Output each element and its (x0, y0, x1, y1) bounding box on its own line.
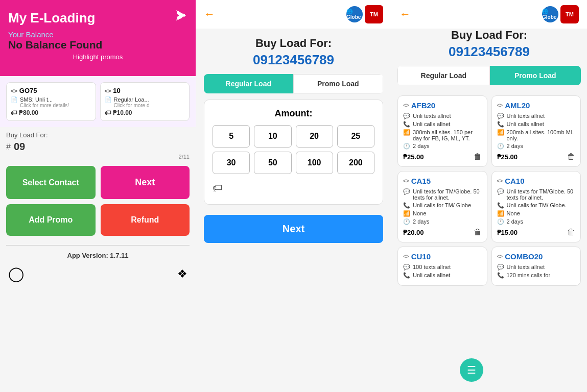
afb20-calls: 📞 Unli calls allnet (403, 121, 482, 128)
tag-placeholder-icon: 🏷 (213, 180, 374, 196)
amount-label: Amount: (213, 108, 374, 119)
promo-row-1: <> CA15 💬 Unli texts for TM/Globe. 50 te… (397, 171, 581, 242)
tag-icon-0: 🏷 (11, 109, 17, 116)
highlight-promos[interactable]: Highlight promos (8, 53, 187, 61)
number-row: # 09 (0, 139, 196, 153)
phone-number-input[interactable]: 09 (14, 141, 25, 153)
globe-badge-3: 🌐 Globe (542, 6, 558, 22)
github-icon[interactable]: ◯ (8, 265, 24, 282)
tab-promo-3[interactable]: Promo Load (490, 66, 581, 85)
afb20-duration: 🕐 2 days (403, 143, 482, 150)
tab-row-2: Regular Load Promo Load (204, 74, 383, 93)
pagination: 2/11 (0, 153, 196, 161)
next-button-2[interactable]: Next (204, 215, 383, 243)
footer: ◯ ❖ (0, 261, 196, 286)
next-button[interactable]: Next (101, 166, 190, 199)
sms-icon-2: 💬 (403, 188, 410, 195)
sms-icon-5: 💬 (497, 264, 504, 271)
afb20-delete-button[interactable]: 🗑 (474, 152, 482, 161)
tag-icon-1: 🏷 (105, 109, 111, 116)
promo-price-1: 🏷 ₱10.00 (105, 109, 185, 116)
promo-card-0[interactable]: <> GO75 📄 SMS: Unli t... Click for more … (6, 82, 96, 121)
aml20-delete-button[interactable]: 🗑 (567, 152, 575, 161)
code-icon-0: <> (11, 88, 17, 94)
promo-combo20[interactable]: <> COMBO20 💬 Unli texts allnet 📞 120 min… (491, 247, 581, 286)
tab-regular-3[interactable]: Regular Load (397, 66, 490, 85)
promo-combo20-title: <> COMBO20 (497, 252, 576, 261)
promo-code-1: 10 (113, 87, 120, 94)
buy-load-title-3: Buy Load For: (397, 29, 581, 42)
promo-cu10-title: <> CU10 (403, 252, 482, 261)
promo-afb20-title: <> AFB20 (403, 101, 482, 110)
back-arrow-icon-3[interactable]: ← (400, 8, 411, 21)
panel2-topbar: ← 🌐 Globe TM (196, 0, 391, 29)
code-brackets-icon-4: <> (403, 254, 409, 259)
ca10-calls: 📞 Unli calls for TM/ Globe. (497, 202, 576, 209)
share-icon[interactable]: ❖ (177, 267, 187, 281)
sms-icon-4: 💬 (403, 264, 410, 271)
promo-price-0: 🏷 ₱80.00 (11, 109, 91, 116)
amount-200[interactable]: 200 (337, 152, 374, 174)
call-icon: 📞 (403, 121, 410, 128)
amount-20[interactable]: 20 (296, 125, 333, 148)
promo-ca15[interactable]: <> CA15 💬 Unli texts for TM/Globe. 50 te… (397, 171, 487, 242)
code-brackets-icon-1: <> (497, 103, 503, 108)
amount-25[interactable]: 25 (337, 125, 374, 148)
promo-row-2: <> CU10 💬 100 texts allnet 📞 Unli calls … (397, 247, 581, 286)
promo-aml20[interactable]: <> AML20 💬 Unli texts allnet 📞 Unli call… (491, 95, 581, 167)
promo-card-1[interactable]: <> 10 📄 Regular Loa... Click for more d … (100, 82, 190, 121)
ca15-price: ₱20.00 (403, 229, 424, 236)
amount-30[interactable]: 30 (213, 152, 250, 174)
promo-afb20[interactable]: <> AFB20 💬 Unli texts allnet 📞 Unli call… (397, 95, 487, 167)
promo-cu10[interactable]: <> CU10 💬 100 texts allnet 📞 Unli calls … (397, 247, 487, 286)
ca10-data: 📶 None (497, 210, 576, 217)
amount-10[interactable]: 10 (254, 125, 291, 148)
hash-icon: # (6, 142, 11, 152)
code-icon-1: <> (105, 88, 111, 94)
sms-icon: 💬 (403, 113, 410, 119)
cu10-label: CU10 (411, 252, 431, 261)
add-promo-button[interactable]: Add Promo (6, 204, 96, 236)
clock-icon-1: 🕐 (497, 143, 504, 150)
call-icon-4: 📞 (403, 272, 410, 279)
panel1-header: My E-Loading ⮞ Your Balance No Balance F… (0, 0, 196, 76)
panel-promo-load: ← 🌐 Globe TM Buy Load For: 09123456789 R… (391, 0, 587, 392)
afb20-price-row: ₱25.00 🗑 (403, 152, 482, 161)
ca10-price-row: ₱15.00 🗑 (497, 228, 576, 237)
app-version: App Version: 1.7.11 (0, 250, 196, 261)
ca15-delete-button[interactable]: 🗑 (474, 228, 482, 237)
amount-5[interactable]: 5 (213, 125, 250, 148)
action-buttons: Select Contact Next Add Promo Refund (0, 161, 196, 241)
promo-ca10[interactable]: <> CA10 💬 Unli texts for TM/Globe. 50 te… (491, 171, 581, 242)
back-arrow-icon[interactable]: ← (204, 8, 215, 21)
promo-ca10-title: <> CA10 (497, 177, 576, 185)
refund-button[interactable]: Refund (101, 204, 190, 236)
ca15-price-row: ₱20.00 🗑 (403, 228, 482, 237)
afb20-data: 📶 300mb all sites. 150 per day for FB, I… (403, 129, 482, 141)
amount-50[interactable]: 50 (254, 152, 291, 174)
ca15-calls: 📞 Unli calls for TM/ Globe (403, 202, 482, 209)
tab-promo-load[interactable]: Promo Load (293, 74, 384, 93)
promo-aml20-title: <> AML20 (497, 101, 576, 110)
tm-badge-3: TM (560, 5, 579, 23)
tab-regular-load[interactable]: Regular Load (204, 74, 293, 93)
sms-icon-1: 💬 (497, 113, 504, 119)
ca10-delete-button[interactable]: 🗑 (567, 228, 575, 237)
price-value-0: ₱80.00 (19, 109, 38, 116)
call-icon-2: 📞 (403, 202, 410, 209)
afb20-texts: 💬 Unli texts allnet (403, 113, 482, 119)
fab-chat-button[interactable]: ☰ (460, 358, 483, 382)
ca10-duration: 🕐 2 days (497, 218, 576, 225)
data-icon-3: 📶 (497, 210, 504, 217)
buy-load-label: Buy Load For: (0, 127, 196, 139)
logout-icon[interactable]: ⮞ (175, 9, 187, 23)
aml20-price-row: ₱25.00 🗑 (497, 152, 576, 161)
panel2-content: Buy Load For: 09123456789 Regular Load P… (196, 29, 391, 392)
amount-100[interactable]: 100 (296, 152, 333, 174)
app-title: My E-Loading (8, 10, 95, 26)
select-contact-button[interactable]: Select Contact (6, 166, 96, 199)
doc-icon-0: 📄 (11, 96, 18, 103)
promo-row-0: <> AFB20 💬 Unli texts allnet 📞 Unli call… (397, 95, 581, 167)
doc-icon-1: 📄 (105, 96, 112, 103)
clock-icon: 🕐 (403, 143, 410, 150)
